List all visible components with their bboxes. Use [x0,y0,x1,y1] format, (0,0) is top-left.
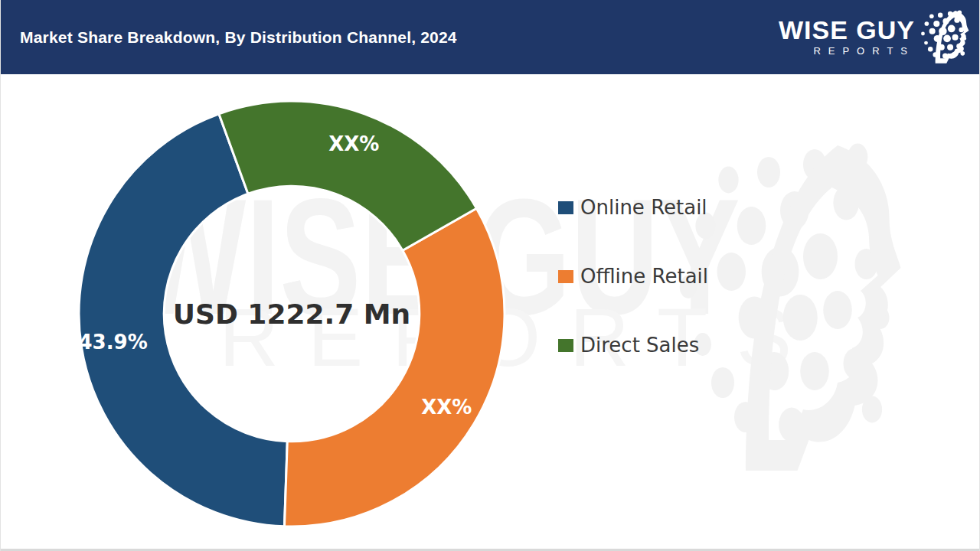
logo-wordmark: WISE GUY [779,17,915,44]
legend-swatch-direct-sales [558,339,573,352]
legend-swatch-offline-retail [558,270,573,283]
legend-item-direct-sales: Direct Sales [558,334,708,357]
legend-label-offline-retail: Offline Retail [580,265,708,288]
legend-label-direct-sales: Direct Sales [580,334,699,357]
infographic-page: WISE GUY REPORTS 43.9%XX%XX% USD 1222.7 … [0,0,980,551]
legend-item-online-retail: Online Retail [558,196,708,219]
logo-subtitle: REPORTS [779,45,915,57]
legend-label-online-retail: Online Retail [580,196,707,219]
legend-item-offline-retail: Offline Retail [558,265,708,288]
wise-guy-reports-logo: WISE GUY REPORTS [779,5,970,69]
logo-face-dots-icon [918,5,970,69]
slice-label-offline-retail: XX% [421,396,472,419]
donut-segment-direct-sales [219,101,477,250]
donut-center-value: USD 1222.7 Mn [173,298,410,330]
page-title: Market Share Breakdown, By Distribution … [1,28,457,47]
legend: Online Retail Offline Retail Direct Sale… [558,196,708,357]
header-bar: Market Share Breakdown, By Distribution … [1,0,979,74]
logo-text: WISE GUY REPORTS [779,17,915,57]
slice-label-direct-sales: XX% [328,132,379,155]
legend-swatch-online-retail [558,201,573,214]
slice-label-online-retail: 43.9% [79,331,148,354]
donut-segment-offline-retail [284,208,505,527]
